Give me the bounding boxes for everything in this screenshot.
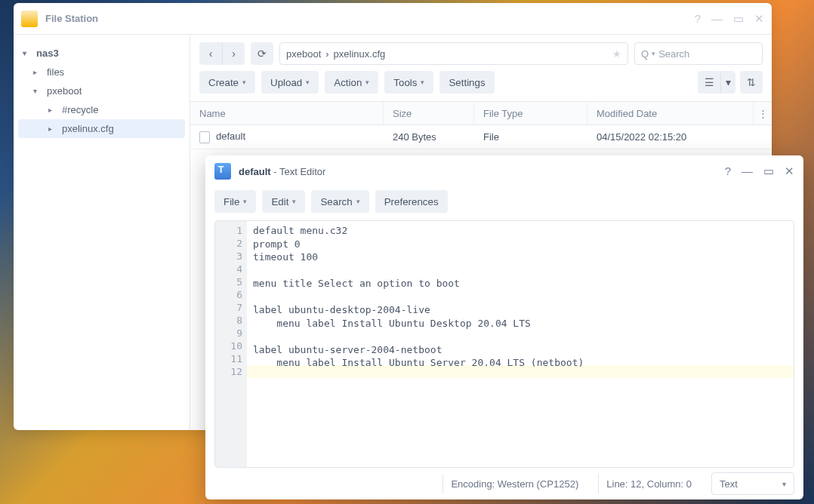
folder-tree: ▾ nas3 ▸ files ▾ pxeboot ▸ #recycle ▸ px… <box>14 35 190 430</box>
caret-down-icon: ▾ <box>23 49 32 57</box>
caret-right-icon: ▸ <box>48 124 57 133</box>
settings-button[interactable]: Settings <box>439 71 494 94</box>
minimize-icon[interactable]: ― <box>742 164 753 178</box>
nav-forward-button[interactable]: › <box>222 42 245 65</box>
window-title: default - Text Editor <box>239 166 725 177</box>
sort-button[interactable]: ⇅ <box>740 71 763 94</box>
code-editor[interactable]: 123456789101112 default menu.c32 prompt … <box>214 220 794 468</box>
text-editor-app-icon <box>214 163 231 180</box>
help-icon[interactable]: ? <box>695 12 701 26</box>
close-icon[interactable]: ✕ <box>785 164 794 178</box>
file-station-titlebar[interactable]: File Station ? ― ▭ ✕ <box>14 3 772 35</box>
refresh-button[interactable]: ⟳ <box>251 42 273 65</box>
col-type[interactable]: File Type <box>474 102 587 124</box>
folder-app-icon <box>21 11 38 27</box>
chevron-right-icon: › <box>325 48 328 60</box>
app-title: File Station <box>45 13 695 24</box>
search-input[interactable]: Q▾ Search <box>634 42 763 65</box>
close-icon[interactable]: ✕ <box>754 12 764 26</box>
tree-item-files[interactable]: ▸ files <box>18 63 185 81</box>
search-icon: Q <box>641 48 649 60</box>
search-menu[interactable]: Search▾ <box>311 190 368 213</box>
preferences-button[interactable]: Preferences <box>375 190 448 213</box>
file-menu[interactable]: File▾ <box>214 190 256 213</box>
status-bar: Encoding: Western (CP1252) Line: 12, Col… <box>205 468 803 499</box>
tools-button[interactable]: Tools▾ <box>384 71 433 94</box>
chevron-down-icon: ▾ <box>652 50 655 57</box>
caret-right-icon: ▸ <box>33 68 42 76</box>
view-dropdown-button[interactable]: ▾ <box>720 71 735 94</box>
edit-menu[interactable]: Edit▾ <box>262 190 305 213</box>
col-name[interactable]: Name <box>190 102 384 124</box>
col-menu-icon[interactable]: ⋮ <box>754 102 772 124</box>
status-position: Line: 12, Column: 0 <box>598 474 699 493</box>
tree-root[interactable]: ▾ nas3 <box>18 44 185 63</box>
maximize-icon[interactable]: ▭ <box>763 164 774 178</box>
nav-back-button[interactable]: ‹ <box>199 42 222 65</box>
tree-item-pxeboot[interactable]: ▾ pxeboot <box>18 81 185 100</box>
table-row[interactable]: default 240 Bytes File 04/15/2022 02:15:… <box>190 125 772 149</box>
tree-item-pxelinux-cfg[interactable]: ▸ pxelinux.cfg <box>18 119 185 138</box>
syntax-select[interactable]: Text ▾ <box>711 472 794 495</box>
caret-down-icon: ▾ <box>33 87 42 95</box>
view-list-button[interactable]: ☰ <box>698 71 720 94</box>
star-icon[interactable]: ★ <box>612 48 621 60</box>
file-icon <box>199 131 210 143</box>
status-encoding[interactable]: Encoding: Western (CP1252) <box>442 474 586 493</box>
text-editor-window: default - Text Editor ? ― ▭ ✕ File▾ Edit… <box>205 155 803 499</box>
action-button[interactable]: Action▾ <box>325 71 378 94</box>
minimize-icon[interactable]: ― <box>711 12 723 26</box>
tree-item-recycle[interactable]: ▸ #recycle <box>18 100 185 119</box>
help-icon[interactable]: ? <box>725 164 731 178</box>
col-size[interactable]: Size <box>384 102 474 124</box>
caret-right-icon: ▸ <box>48 106 57 114</box>
breadcrumb[interactable]: pxeboot › pxelinux.cfg ★ <box>279 42 628 65</box>
text-editor-titlebar[interactable]: default - Text Editor ? ― ▭ ✕ <box>205 155 803 187</box>
create-button[interactable]: Create▾ <box>199 71 255 94</box>
line-gutter: 123456789101112 <box>215 221 247 467</box>
maximize-icon[interactable]: ▭ <box>733 12 744 26</box>
col-modified[interactable]: Modified Date <box>587 102 754 124</box>
chevron-down-icon: ▾ <box>782 480 786 488</box>
editor-content[interactable]: default menu.c32 prompt 0 timeout 100 me… <box>247 221 794 467</box>
upload-button[interactable]: Upload▾ <box>261 71 319 94</box>
